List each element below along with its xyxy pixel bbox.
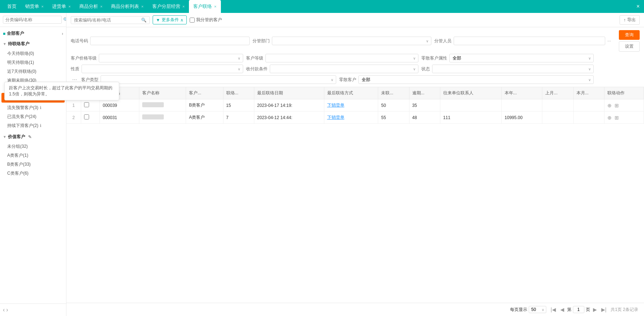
nav-item-product-analysis[interactable]: 商品分析 × xyxy=(75,0,107,13)
payment-label: 收付款条件 xyxy=(246,66,268,72)
retail-attr-label: 零散客户属性 xyxy=(421,55,447,61)
row2-index: 2 xyxy=(66,112,81,124)
page-input[interactable] xyxy=(573,306,584,313)
more-filter-btn[interactable]: ▼ 更多条件 ∧ xyxy=(153,15,187,24)
row2-contact-icon[interactable]: ⊕ xyxy=(607,115,612,121)
phone-input[interactable] xyxy=(90,37,250,45)
next-page-btn[interactable]: ▶ xyxy=(592,306,598,313)
collapse-icon[interactable]: › xyxy=(62,31,63,36)
customer-level-select[interactable] xyxy=(265,54,418,62)
filter-retail-attr: 零散客户属性 全部 ∨ xyxy=(421,54,594,62)
filter-chevron-icon: ∧ xyxy=(180,18,184,23)
close-product-analysis-icon[interactable]: × xyxy=(100,4,102,9)
lost-risk-info-icon[interactable]: ℹ xyxy=(40,105,41,110)
close-sales-icon[interactable]: × xyxy=(41,4,43,9)
row2-more-action-icon[interactable]: ⊞ xyxy=(615,115,619,121)
filter-customer-type: 客户类型 ∨ xyxy=(81,75,336,84)
nav-item-sales[interactable]: 销货单 × xyxy=(21,0,48,13)
close-window-icon[interactable]: × xyxy=(636,3,640,10)
close-customer-contact-icon[interactable]: × xyxy=(214,4,216,9)
filter-gender: 性质 ∨ xyxy=(71,65,243,73)
close-customer-tier-icon[interactable]: × xyxy=(182,4,185,9)
all-customers-header[interactable]: ■ 全部客户 › xyxy=(0,28,66,39)
nav-item-product-list[interactable]: 商品分析列表 × xyxy=(107,0,148,13)
manager-more-icon[interactable]: ··· xyxy=(605,38,613,43)
row1-more-action-icon[interactable]: ⊞ xyxy=(615,103,619,108)
page-label: 第 xyxy=(567,307,571,313)
customer-type-select[interactable] xyxy=(101,75,336,84)
filter-row-2: 客户价格等级 ∨ 客户等级 ∨ 零散客户属性 xyxy=(71,54,640,62)
col-last-month: 上月... xyxy=(542,87,573,99)
main-search-input[interactable] xyxy=(74,18,140,23)
nav-item-customer-contact[interactable]: 客户联络 × xyxy=(189,0,221,13)
dept-select[interactable] xyxy=(272,37,431,45)
sidebar-item-lost-risk[interactable]: 流失预警客户(3) ℹ xyxy=(0,103,66,112)
retail-attr-select[interactable]: 全部 xyxy=(449,54,594,62)
top-nav: 首页 销货单 × 进货单 × 商品分析 × 商品分析列表 × 客户分层经营 × … xyxy=(0,0,644,13)
retail-customer-select[interactable]: 全部 xyxy=(358,75,594,84)
my-customers-checkbox-label[interactable]: 我分管的客户 xyxy=(190,17,222,23)
per-page-select[interactable]: 50 20 100 xyxy=(529,306,546,313)
row1-action-icons: ⊕ ⊞ xyxy=(607,103,641,108)
page-suffix: 页 xyxy=(586,307,590,313)
price-level-select[interactable] xyxy=(99,54,243,62)
sidebar-search-icon[interactable]: 🔍 xyxy=(63,17,66,22)
status-select[interactable] xyxy=(432,65,594,73)
sidebar-search-input[interactable] xyxy=(3,16,62,24)
row2-checkbox[interactable] xyxy=(84,114,89,119)
row1-name-blurred xyxy=(142,102,164,107)
sidebar-item-today[interactable]: 今天待联络(0) xyxy=(0,49,66,58)
sidebar-item-ungroup[interactable]: 未分组(32) xyxy=(0,142,66,151)
main-search-icon[interactable]: 🔍 xyxy=(141,18,147,23)
close-product-list-icon[interactable]: × xyxy=(141,4,143,9)
export-btn[interactable]: ↑ 导出 xyxy=(620,15,640,25)
nav-item-customer-tier[interactable]: 客户分层经营 × xyxy=(148,0,189,13)
row1-unread: 50 xyxy=(378,99,409,112)
row1-contact-icon[interactable]: ⊕ xyxy=(607,103,612,108)
sidebar-item-a-class[interactable]: A类客户(1) xyxy=(0,151,66,160)
value-customer-edit-icon[interactable]: ✎ xyxy=(28,135,32,140)
sidebar-item-7days[interactable]: 近7天待联络(0) xyxy=(0,67,66,76)
per-page-section: 每页显示 50 20 100 ∨ xyxy=(510,306,546,313)
filter-price-level: 客户价格等级 ∨ xyxy=(71,54,243,62)
prev-page-btn[interactable]: ◀ xyxy=(559,306,566,313)
sidebar-item-already-lost[interactable]: 已流失客户(24) xyxy=(0,112,66,121)
tooltip-box: 距客户上次交易时长，超过了此客户的平均交易周期的1.5倍，则视为异常。 xyxy=(4,82,119,100)
row1-last-month xyxy=(542,99,573,112)
col-overdue: 逾期... xyxy=(409,87,440,99)
settings-button[interactable]: 设置 xyxy=(619,41,640,52)
nav-item-purchase[interactable]: 进货单 × xyxy=(48,0,75,13)
sidebar-next-arrow[interactable]: › xyxy=(6,307,8,313)
sidebar-item-tomorrow[interactable]: 明天待联络(1) xyxy=(0,58,66,67)
nav-item-home[interactable]: 首页 xyxy=(3,0,21,13)
row1-checkbox[interactable] xyxy=(84,102,89,107)
filter-phone: 电话号码 xyxy=(71,37,250,45)
filter-panel: 电话号码 分管部门 ∨ 分管人员 ··· 查询 设置 xyxy=(66,27,644,87)
content-area: 🔍 ▼ 更多条件 ∧ 我分管的客户 ↑ 导出 电话号码 xyxy=(66,13,644,316)
close-purchase-icon[interactable]: × xyxy=(68,4,70,9)
sidebar-item-continuous-decline[interactable]: 持续下滑客户(2) ℹ xyxy=(0,121,66,130)
export-icon: ↑ xyxy=(624,18,626,23)
gender-select[interactable] xyxy=(82,65,243,73)
query-button[interactable]: 查询 xyxy=(619,30,640,40)
pending-contact-group[interactable]: ▼ 待联络客户 xyxy=(0,39,66,49)
manager-input[interactable] xyxy=(454,37,605,45)
row2-overdue: 48 xyxy=(409,112,440,124)
my-customers-checkbox[interactable] xyxy=(190,18,195,23)
value-customer-group[interactable]: ▼ 价值客户 ✎ xyxy=(0,132,66,142)
row2-method-link[interactable]: 下销货单 xyxy=(327,115,344,120)
sidebar-prev-arrow[interactable]: ‹ xyxy=(3,307,5,313)
filter-payment: 收付款条件 ∨ xyxy=(246,65,418,73)
last-page-btn[interactable]: ▶| xyxy=(600,306,608,313)
row1-method-link[interactable]: 下销货单 xyxy=(327,103,344,108)
sidebar-item-c-class[interactable]: C类客户(6) xyxy=(0,169,66,178)
first-page-btn[interactable]: |◀ xyxy=(549,306,557,313)
sidebar-item-b-class[interactable]: B类客户(33) xyxy=(0,160,66,169)
decline-info-icon[interactable]: ℹ xyxy=(40,123,41,128)
payment-select[interactable] xyxy=(270,65,418,73)
dept-select-wrap: ∨ xyxy=(272,37,431,45)
filter-row-4: ··· 客户类型 ∨ 零散客户 全部 ∨ xyxy=(71,75,640,84)
row2-contact-count: 7 xyxy=(223,112,254,124)
data-table: ⚙ 客户编码 客户名称 客户... 联络... 最后联络日期 最后联络方式 未联 xyxy=(66,87,644,124)
filter-dept: 分管部门 ∨ xyxy=(252,37,431,45)
